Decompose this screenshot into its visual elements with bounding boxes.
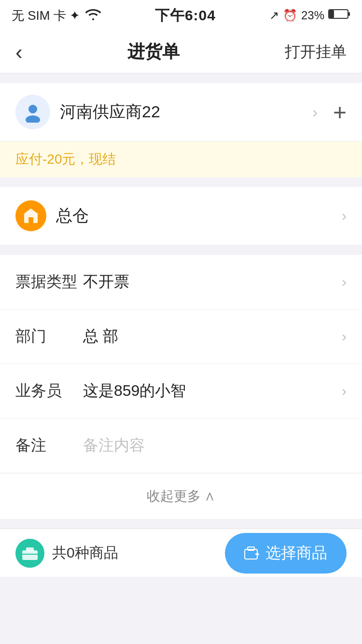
nav-bar: ‹ 进货单 打开挂单 [0,31,362,73]
warehouse-icon [15,200,46,231]
battery-icon [328,8,350,23]
no-sim-label: 无 SIM 卡 ✦ [12,7,80,24]
main-content [0,577,362,644]
svg-rect-1 [329,10,334,18]
supplier-name: 河南供应商22 [60,101,312,123]
department-value: 总 部 [83,326,342,347]
remark-label: 备注 [15,435,83,456]
svg-rect-7 [28,217,33,223]
status-time: 下午6:04 [155,6,216,26]
salesperson-row[interactable]: 业务员 这是859的小智 › [0,364,362,419]
back-button[interactable]: ‹ [15,42,23,63]
salesperson-value: 这是859的小智 [83,380,342,402]
select-product-label: 选择商品 [265,543,327,564]
product-count-area: 共0种商品 [15,539,118,568]
product-count-text: 共0种商品 [52,543,118,563]
page-title: 进货单 [127,40,180,64]
remark-value[interactable]: 备注内容 [83,435,347,456]
product-icon [15,539,44,568]
remark-row[interactable]: 备注 备注内容 [0,419,362,473]
warehouse-name: 总仓 [56,205,342,227]
svg-rect-9 [26,547,34,551]
supplier-row[interactable]: 河南供应商22 › + [0,83,362,141]
info-banner: 应付-20元，现结 [0,141,362,177]
salesperson-label: 业务员 [15,380,83,402]
form-section: 票据类型 不开票 › 部门 总 部 › 业务员 这是859的小智 › 备注 备注… [0,255,362,519]
warehouse-chevron-icon: › [342,208,347,224]
collapse-toggle[interactable]: 收起更多 ∧ [0,473,362,519]
salesperson-chevron-icon: › [342,383,347,399]
warehouse-section: 总仓 › [0,187,362,245]
alarm-icon: ⏰ [283,9,297,22]
status-left: 无 SIM 卡 ✦ [12,7,101,24]
status-right: ↗ ⏰ 23% [269,8,350,23]
add-supplier-button[interactable]: + [333,99,347,126]
ticket-type-value: 不开票 [83,271,342,293]
svg-rect-8 [22,550,38,560]
bottom-bar: 共0种商品 选择商品 [0,529,362,577]
supplier-chevron-icon: › [312,103,318,121]
status-bar: 无 SIM 卡 ✦ 下午6:04 ↗ ⏰ 23% [0,0,362,31]
battery-label: 23% [301,9,324,22]
svg-rect-2 [348,12,350,16]
department-label: 部门 [15,326,83,347]
svg-marker-6 [23,209,39,214]
ticket-type-row[interactable]: 票据类型 不开票 › [0,255,362,309]
select-product-button[interactable]: 选择商品 [225,533,347,574]
department-chevron-icon: › [342,328,347,345]
section-gap-4 [0,519,362,529]
open-pending-button[interactable]: 打开挂单 [285,42,347,63]
supplier-avatar [15,95,50,129]
wifi-icon [85,8,101,24]
svg-point-4 [26,115,40,123]
location-icon: ↗ [269,9,279,22]
svg-point-3 [28,105,37,113]
section-gap-3 [0,245,362,255]
department-row[interactable]: 部门 总 部 › [0,309,362,364]
supplier-section: 河南供应商22 › + 应付-20元，现结 [0,83,362,177]
warehouse-row[interactable]: 总仓 › [0,187,362,245]
ticket-type-label: 票据类型 [15,271,83,293]
ticket-type-chevron-icon: › [342,274,347,290]
section-gap-2 [0,177,362,187]
section-gap-1 [0,73,362,83]
